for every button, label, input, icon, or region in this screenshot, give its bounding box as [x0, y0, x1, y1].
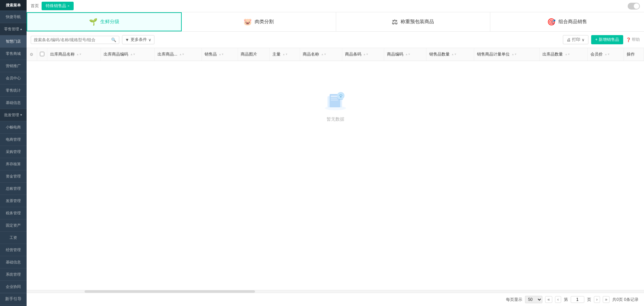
sidebar-item-ledger[interactable]: 总账管理: [0, 183, 27, 195]
th-ops: 操作: [624, 48, 644, 61]
topbar-home[interactable]: 首页: [31, 3, 39, 9]
sidebar-logo[interactable]: 搜索菜单: [0, 0, 27, 11]
sidebar-item-retail-mall[interactable]: 零售商城: [0, 48, 27, 60]
sidebar-item-tax[interactable]: 税务管理: [0, 207, 27, 219]
th-settings[interactable]: ⚙: [27, 48, 37, 61]
meat-cut-icon: 🐷: [243, 18, 252, 26]
th-sales-unit[interactable]: 销售商品计量单位 ▲▼: [474, 48, 540, 61]
print-arrow-icon: ∨: [582, 37, 585, 42]
sidebar-item-ecom-mgmt[interactable]: 电商管理: [0, 134, 27, 146]
sidebar-item-retail-mgmt[interactable]: 零售管理 ▲: [0, 23, 27, 35]
svg-point-6: [337, 92, 344, 100]
th-out-goods-code[interactable]: 出库商品编码 ▲▼: [101, 48, 155, 61]
last-page-button[interactable]: »: [603, 296, 610, 303]
filter-button[interactable]: ▼ 更多条件 ∨: [122, 35, 154, 44]
sidebar-item-member-center[interactable]: 会员中心: [0, 72, 27, 85]
sidebar-item-basic-info2[interactable]: 基础信息: [0, 256, 27, 269]
tab-close-icon[interactable]: ×: [68, 4, 70, 8]
top-right-controls: [628, 3, 640, 10]
chevron-down-icon: ▼: [20, 113, 23, 117]
sidebar-item-quick-nav[interactable]: 快捷导航: [0, 11, 27, 23]
th-goods-code[interactable]: 商品编码 ▲▼: [384, 48, 426, 61]
th-member-price[interactable]: 会员价 ▲▼: [587, 48, 624, 61]
toggle-button[interactable]: [628, 3, 640, 10]
th-goods-barcode[interactable]: 商品条码 ▲▼: [342, 48, 384, 61]
sidebar-item-enterprise[interactable]: 企业协同: [0, 281, 27, 293]
th-out-goods-name[interactable]: 出库商品名称 ▲▼: [47, 48, 101, 61]
sidebar-newbie-guide[interactable]: 新手引导: [0, 293, 27, 305]
help-icon: ❓: [626, 37, 631, 42]
cat-tab-weight-pack[interactable]: ⚖ 称重预包装商品: [336, 12, 490, 31]
sidebar-item-sys-mgmt[interactable]: 系统管理: [0, 269, 27, 281]
sidebar-item-smart-store[interactable]: 智慧门店: [0, 35, 27, 48]
sort-arrows-icon: ▲▼: [451, 53, 457, 56]
topbar-active-tab[interactable]: 特殊销售品 ×: [42, 2, 74, 10]
main-table: ⚙ 出库商品名称 ▲▼ 出库商品编码 ▲▼ 出库: [27, 48, 644, 61]
pagination: 每页显示 50 100 200 « ‹ 第 页 › » 共0页 0条记录: [27, 293, 644, 306]
search-input[interactable]: [34, 37, 110, 42]
table-header-row: ⚙ 出库商品名称 ▲▼ 出库商品编码 ▲▼ 出库: [27, 48, 644, 61]
th-sales-qty[interactable]: 销售品数量 ▲▼: [426, 48, 474, 61]
svg-rect-5: [331, 100, 338, 100]
filter-icon: ▼: [125, 37, 129, 42]
sort-arrows-icon: ▲▼: [76, 53, 82, 56]
sort-arrows-icon: ▲▼: [405, 53, 410, 56]
filter-arrow-icon: ∨: [148, 37, 151, 42]
toolbar-right: 🖨 打印 ∨ + 新增销售品 ❓ 帮助: [563, 35, 640, 44]
sidebar-settings[interactable]: ⚙: [0, 305, 27, 306]
page-number-input[interactable]: [571, 296, 584, 303]
cat-tab-combo[interactable]: 🎯 组合商品销售: [490, 12, 644, 31]
horizontal-scrollbar[interactable]: [27, 290, 644, 293]
help-label: 帮助: [632, 37, 640, 43]
svg-point-7: [340, 96, 342, 98]
cat-tab-meat-cut[interactable]: 🐷 肉类分割: [182, 12, 336, 31]
print-button[interactable]: 🖨 打印 ∨: [563, 35, 588, 44]
th-weight[interactable]: 主量 ▲▼: [270, 48, 300, 61]
per-page-select[interactable]: 50 100 200: [525, 296, 542, 303]
sidebar: 搜索菜单 快捷导航 零售管理 ▲ 智慧门店 零售商城 营销推广 会员中心 零售统…: [0, 0, 27, 306]
first-page-button[interactable]: «: [545, 296, 552, 303]
cat-tab-combo-label: 组合商品销售: [558, 19, 587, 25]
filter-label: 更多条件: [131, 37, 147, 43]
sidebar-item-fixed-assets[interactable]: 固定资产: [0, 219, 27, 232]
sidebar-item-retail-stats[interactable]: 零售统计: [0, 85, 27, 97]
page-label-after: 页: [587, 297, 591, 303]
th-goods-name[interactable]: 商品名称 ▲▼: [300, 48, 342, 61]
th-goods-img: 商品图片: [238, 48, 270, 61]
search-box[interactable]: 🔍: [31, 36, 119, 44]
cat-tab-fresh-grade[interactable]: 🌱 生鲜分级: [27, 12, 182, 31]
th-checkbox[interactable]: [37, 48, 47, 61]
th-out-goods-spec[interactable]: 出库商品... ▲▼: [155, 48, 202, 61]
th-out-qty[interactable]: 出库品数量 ▲▼: [540, 48, 588, 61]
add-sales-button[interactable]: + 新增销售品: [591, 35, 623, 44]
empty-state-image: [322, 88, 349, 112]
fresh-grade-icon: 🌱: [89, 18, 98, 26]
sidebar-item-basic-info[interactable]: 基础信息: [0, 97, 27, 109]
sort-arrows-icon: ▲▼: [179, 53, 184, 56]
sidebar-item-invoice[interactable]: 发票管理: [0, 195, 27, 207]
sidebar-item-inventory[interactable]: 库存核算: [0, 158, 27, 170]
prev-page-button[interactable]: ‹: [555, 296, 561, 303]
total-info: 共0页 0条记录: [612, 297, 639, 303]
sort-arrows-icon: ▲▼: [511, 53, 517, 56]
sidebar-item-wholesale-mgmt[interactable]: 批发管理 ▼: [0, 109, 27, 121]
sidebar-item-mini-ecom[interactable]: 小畅电商: [0, 121, 27, 134]
sidebar-item-finance[interactable]: 资金管理: [0, 170, 27, 183]
sidebar-item-sales-promo[interactable]: 营销推广: [0, 60, 27, 72]
help-button[interactable]: ❓ 帮助: [626, 37, 640, 43]
page-content: 🌱 生鲜分级 🐷 肉类分割 ⚖ 称重预包装商品 🎯 组合商品销售 🔍: [27, 12, 644, 306]
sort-arrows-icon: ▲▼: [219, 53, 224, 56]
next-page-button[interactable]: ›: [594, 296, 600, 303]
horizontal-scroll-thumb[interactable]: [85, 290, 255, 293]
svg-rect-4: [331, 98, 337, 98]
search-icon[interactable]: 🔍: [111, 37, 116, 42]
weight-pack-icon: ⚖: [392, 18, 398, 26]
per-page-label: 每页显示: [506, 297, 522, 303]
page-label-before: 第: [564, 297, 568, 303]
select-all-checkbox[interactable]: [40, 52, 44, 56]
th-sales-goods[interactable]: 销售品 ▲▼: [201, 48, 238, 61]
sidebar-item-ops-mgmt[interactable]: 经营管理: [0, 244, 27, 256]
sort-arrows-icon: ▲▼: [130, 53, 136, 56]
sidebar-item-wages[interactable]: 工资: [0, 232, 27, 244]
sidebar-item-purchase-mgmt[interactable]: 采购管理: [0, 146, 27, 158]
